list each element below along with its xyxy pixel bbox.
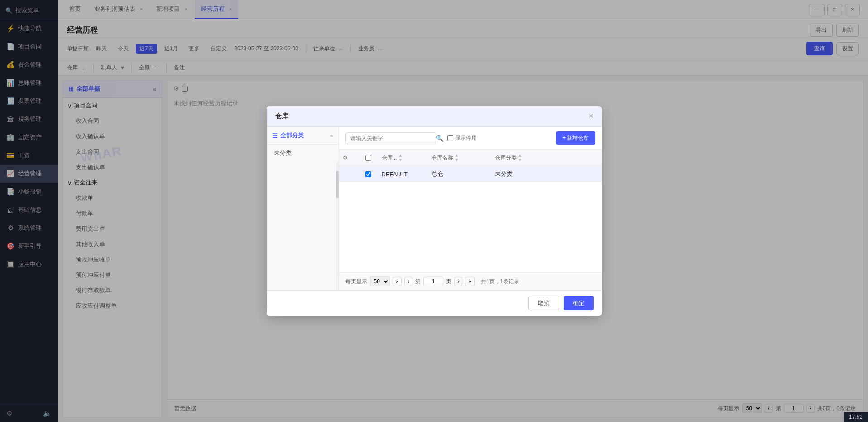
page-label: 第 bbox=[415, 278, 421, 286]
modal-left-panel: ☰ 全部分类 « 未分类 bbox=[267, 127, 339, 290]
modal-title: 仓库 bbox=[275, 112, 288, 121]
td-checkbox bbox=[362, 170, 378, 178]
modal-category-uncategorized[interactable]: 未分类 bbox=[267, 145, 339, 162]
td-settings bbox=[339, 170, 362, 178]
modal-left-scrollbar-thumb bbox=[336, 171, 339, 198]
search-wrapper: 🔍 bbox=[345, 132, 444, 144]
th-code: 仓库... ▲▼ bbox=[378, 153, 428, 162]
td-code: DEFAULT bbox=[378, 170, 428, 178]
table-row[interactable]: DEFAULT 总仓 未分类 bbox=[339, 166, 602, 182]
modal-left-scrollbar[interactable] bbox=[336, 162, 339, 290]
sort-arrows-category: ▲▼ bbox=[518, 153, 523, 162]
row-checkbox[interactable] bbox=[365, 171, 371, 177]
modal-table: ⚙ 仓库... ▲▼ 仓库名称 ▲▼ bbox=[339, 150, 602, 272]
th-settings-icon: ⚙ bbox=[343, 155, 348, 161]
modal-close-button[interactable]: × bbox=[589, 112, 594, 121]
modal-pagination: 每页显示 50 « ‹ 第 页 › » 共1页，1条记录 bbox=[339, 272, 602, 290]
cancel-button[interactable]: 取消 bbox=[528, 296, 559, 310]
show-disabled-checkbox[interactable] bbox=[447, 135, 453, 141]
modal-search-input[interactable] bbox=[345, 132, 436, 144]
per-page-label: 每页显示 bbox=[345, 278, 367, 286]
th-select-all[interactable] bbox=[365, 155, 371, 161]
th-name: 仓库名称 ▲▼ bbox=[428, 153, 491, 162]
th-settings: ⚙ bbox=[339, 153, 362, 162]
modal-overlay: 仓库 × ☰ 全部分类 « 未分类 bbox=[0, 0, 868, 422]
show-disabled-text: 显示停用 bbox=[455, 134, 477, 142]
pagination-first-btn[interactable]: « bbox=[393, 277, 402, 286]
modal-left-collapse-btn[interactable]: « bbox=[330, 132, 333, 139]
per-page-select[interactable]: 50 bbox=[370, 276, 390, 286]
category-icon: ☰ bbox=[272, 132, 278, 139]
modal-table-header: ⚙ 仓库... ▲▼ 仓库名称 ▲▼ bbox=[339, 150, 602, 166]
confirm-button[interactable]: 确定 bbox=[564, 296, 594, 310]
modal-search-btn[interactable]: 🔍 bbox=[436, 135, 444, 142]
pagination-last-btn[interactable]: » bbox=[465, 277, 475, 286]
pagination-total: 共1页，1条记录 bbox=[481, 278, 519, 286]
modal-toolbar: 🔍 显示停用 + 新增仓库 bbox=[339, 127, 602, 150]
modal-header: 仓库 × bbox=[267, 106, 602, 127]
page-suffix: 页 bbox=[446, 278, 451, 286]
sort-arrows-name: ▲▼ bbox=[455, 153, 459, 162]
modal-body: ☰ 全部分类 « 未分类 � bbox=[267, 127, 602, 290]
th-category: 仓库分类 ▲▼ bbox=[491, 153, 555, 162]
modal-left-scroll bbox=[267, 162, 339, 290]
pagination-next-btn[interactable]: › bbox=[454, 277, 462, 286]
td-category: 未分类 bbox=[491, 170, 555, 178]
page-number-input[interactable] bbox=[423, 277, 443, 286]
modal-category-header: ☰ 全部分类 « bbox=[267, 127, 339, 145]
modal-all-category: 全部分类 bbox=[280, 131, 304, 140]
sort-arrows-code: ▲▼ bbox=[398, 153, 403, 162]
pagination-prev-btn[interactable]: ‹ bbox=[404, 277, 412, 286]
modal-action-bar: 取消 确定 bbox=[267, 290, 602, 316]
taskbar-time: 17:52 bbox=[844, 412, 868, 422]
add-warehouse-button[interactable]: + 新增仓库 bbox=[556, 131, 595, 145]
td-name: 总仓 bbox=[428, 170, 491, 178]
show-disabled-label: 显示停用 bbox=[447, 134, 477, 142]
uncategorized-label: 未分类 bbox=[274, 150, 292, 156]
modal-right-panel: 🔍 显示停用 + 新增仓库 ⚙ bbox=[339, 127, 602, 290]
warehouse-modal: 仓库 × ☰ 全部分类 « 未分类 bbox=[267, 106, 602, 316]
th-checkbox bbox=[362, 153, 378, 162]
